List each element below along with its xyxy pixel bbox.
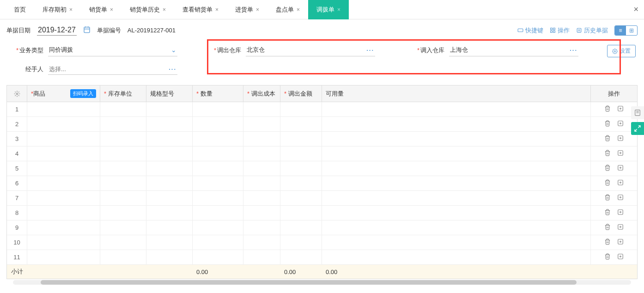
more-icon[interactable]: ··· <box>169 66 176 73</box>
tab[interactable]: 查看销货单× <box>174 0 227 19</box>
delete-icon[interactable] <box>604 194 611 202</box>
add-icon[interactable] <box>617 253 624 261</box>
row-number: 2 <box>7 117 27 131</box>
out-warehouse-select[interactable]: 北京仓 ··· <box>246 44 375 56</box>
in-warehouse-select[interactable]: 上海仓 ··· <box>449 44 578 56</box>
close-icon[interactable]: × <box>337 6 340 13</box>
more-icon[interactable]: ··· <box>366 47 374 54</box>
history-icon <box>576 27 582 33</box>
delete-icon[interactable] <box>604 120 611 128</box>
calendar-icon[interactable] <box>83 26 91 35</box>
note-icon[interactable] <box>631 106 644 119</box>
delete-icon[interactable] <box>604 105 611 113</box>
shortcut-link[interactable]: 快捷键 <box>517 26 543 35</box>
tab[interactable]: 销货单× <box>81 0 122 19</box>
col-spec: 规格型号 <box>146 85 193 102</box>
subtotal-row: 小计 0.00 0.00 0.00 <box>7 265 637 279</box>
row-number: 1 <box>7 102 27 116</box>
add-icon[interactable] <box>617 135 624 143</box>
row-number: 11 <box>7 250 27 264</box>
table-row[interactable]: 4 <box>7 146 637 161</box>
tab-label: 进货单 <box>235 6 253 14</box>
add-icon[interactable] <box>617 224 624 232</box>
add-icon[interactable] <box>617 179 624 187</box>
add-icon[interactable] <box>617 194 624 202</box>
tab[interactable]: 销货单历史× <box>122 0 174 19</box>
col-product: *商品 扫码录入 <box>27 85 100 102</box>
add-icon[interactable] <box>617 209 624 217</box>
date-label: 单据日期 <box>6 26 30 35</box>
history-link[interactable]: 历史单据 <box>576 26 608 35</box>
row-number: 5 <box>7 161 27 176</box>
svg-rect-6 <box>553 28 555 30</box>
close-icon[interactable]: × <box>69 6 73 13</box>
view-grid-icon[interactable]: ⊞ <box>626 26 637 35</box>
tab-label: 盘点单 <box>276 6 294 14</box>
delete-icon[interactable] <box>604 224 611 232</box>
table-row[interactable]: 6 <box>7 176 637 191</box>
scrollbar-thumb[interactable] <box>41 280 577 285</box>
table-row[interactable]: 3 <box>7 132 637 146</box>
delete-icon[interactable] <box>604 135 611 143</box>
row-number: 8 <box>7 206 27 220</box>
delete-icon[interactable] <box>604 209 611 217</box>
delete-icon[interactable] <box>604 253 611 261</box>
table-row[interactable]: 5 <box>7 161 637 176</box>
add-icon[interactable] <box>617 238 624 246</box>
chevron-down-icon[interactable]: ⌄ <box>171 46 176 54</box>
add-icon[interactable] <box>617 105 624 113</box>
delete-icon[interactable] <box>604 179 611 187</box>
row-number: 3 <box>7 132 27 146</box>
add-icon[interactable] <box>617 165 624 172</box>
handler-input[interactable] <box>49 66 169 73</box>
close-icon[interactable]: × <box>110 6 113 13</box>
tab[interactable]: 首页 <box>6 0 34 19</box>
col-avail: 可用量 <box>322 85 591 102</box>
delete-icon[interactable] <box>604 165 611 172</box>
view-list-icon[interactable]: ≡ <box>615 26 626 35</box>
table-row[interactable]: 11 <box>7 250 637 265</box>
horizontal-scrollbar[interactable] <box>13 280 631 285</box>
table-row[interactable]: 9 <box>7 220 637 235</box>
close-all-tabs-icon[interactable]: × <box>633 5 638 14</box>
add-icon[interactable] <box>617 150 624 158</box>
tab-label: 销货单历史 <box>130 6 160 14</box>
settings-button[interactable]: 设置 <box>607 45 636 57</box>
keyboard-icon <box>517 27 523 33</box>
table-row[interactable]: 10 <box>7 235 637 250</box>
grid-wrap: *商品 扫码录入 *库存单位 规格型号 *数量 *调出成本 *调出金额 可用量 … <box>0 85 644 291</box>
delete-icon[interactable] <box>604 238 611 246</box>
add-icon[interactable] <box>617 120 624 128</box>
svg-rect-4 <box>518 29 523 32</box>
date-value[interactable]: 2019-12-27 <box>37 25 77 36</box>
out-warehouse-field: *调出仓库 北京仓 ··· <box>204 40 403 60</box>
biz-type-field: *业务类型 同价调拨 ⌄ <box>6 40 200 60</box>
tab-label: 查看销货单 <box>182 6 213 14</box>
table-row[interactable]: 2 <box>7 117 637 132</box>
in-warehouse-field: *调入仓库 上海仓 ··· <box>407 40 592 60</box>
table-row[interactable]: 8 <box>7 206 637 220</box>
grid-icon <box>550 27 556 33</box>
table-row[interactable]: 7 <box>7 191 637 206</box>
gear-icon[interactable] <box>7 85 27 102</box>
biz-type-select[interactable]: 同价调拨 ⌄ <box>48 44 177 56</box>
table-row[interactable]: 1 <box>7 102 637 117</box>
view-toggle: ≡ ⊞ <box>614 25 638 36</box>
subtotal-avail: 0.00 <box>326 269 337 275</box>
tab[interactable]: 盘点单× <box>267 0 308 19</box>
tab[interactable]: 进货单× <box>227 0 267 19</box>
tab[interactable]: 调拨单× <box>308 0 349 19</box>
close-icon[interactable]: × <box>297 6 300 13</box>
serial-value: AL-20191227-001 <box>128 27 176 34</box>
delete-icon[interactable] <box>604 150 611 158</box>
more-icon[interactable]: ··· <box>570 47 577 54</box>
handler-select[interactable]: ··· <box>48 64 177 75</box>
expand-icon[interactable] <box>631 122 644 135</box>
close-icon[interactable]: × <box>215 6 219 13</box>
svg-rect-7 <box>551 31 553 33</box>
scan-entry-button[interactable]: 扫码录入 <box>70 89 96 98</box>
tab[interactable]: 库存期初× <box>34 0 81 19</box>
close-icon[interactable]: × <box>256 6 259 13</box>
ops-link[interactable]: 操作 <box>550 26 570 35</box>
close-icon[interactable]: × <box>163 6 166 13</box>
